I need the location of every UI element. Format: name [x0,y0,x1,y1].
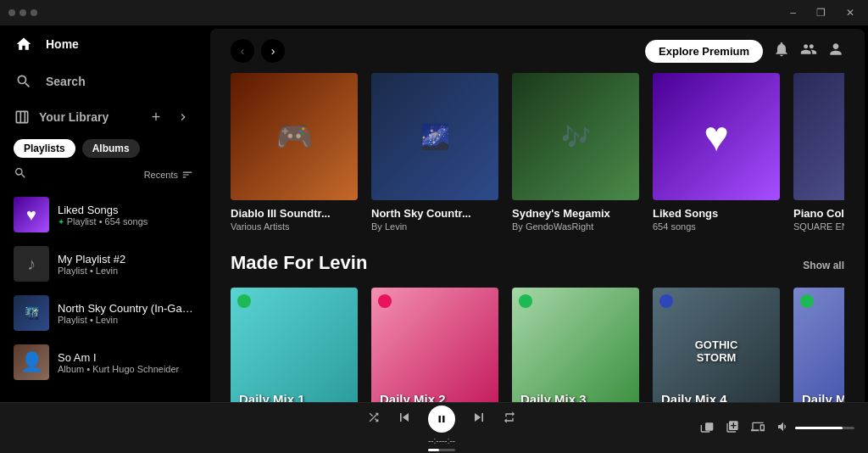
search-sort-row: Recents [0,163,207,187]
search-label: Search [46,75,86,88]
mix1-label: Daily Mix 1 [239,392,305,402]
diablo-sub: Various Artists [231,221,358,232]
library-item-my-playlist-2[interactable]: ♪ My Playlist #2 Playlist • Levin [0,239,207,288]
queue-button[interactable] [726,420,739,436]
friends-button[interactable] [800,41,817,62]
titlebar-controls: – ❐ ✕ [785,5,860,20]
diablo-title: Diablo III Soundtr... [231,207,358,220]
repeat-button[interactable] [503,411,516,428]
now-playing-bar: --:-- --:-- [0,402,868,453]
sidebar-item-home[interactable]: Home [0,25,207,63]
volume-button[interactable] [776,420,790,436]
mix5-label: Daily Mix 5 [802,392,844,402]
card-liked-songs[interactable]: ♥ Liked Songs 654 songs [653,73,780,232]
show-all-button[interactable]: Show all [803,260,844,271]
previous-button[interactable] [396,409,413,429]
maximize-button[interactable]: ❐ [811,5,831,20]
progress-bar[interactable] [428,449,455,451]
filter-albums-button[interactable]: Albums [82,139,140,158]
library-item-so-am-i[interactable]: 👤 So Am I Album • Kurt Hugo Schneider [0,338,207,387]
main-scroll[interactable]: 🎮 Diablo III Soundtr... Various Artists … [210,73,865,402]
liked-songs-sub: ✦ Playlist • 654 songs [58,216,147,226]
liked-songs-name: Liked Songs [58,204,147,216]
main-header: ‹ › Explore Premium [210,29,865,73]
mix5-art: Daily Mix 5 [793,288,844,402]
explore-premium-button[interactable]: Explore Premium [645,40,763,63]
expand-library-button[interactable] [173,107,193,127]
mix3-art: Daily Mix 3 [512,288,639,402]
mix2-dot [378,294,392,308]
filter-row: Playlists Albums [0,134,207,163]
liked-songs-art: ♥ [14,197,49,232]
home-icon [14,34,34,54]
library-item-liked-songs[interactable]: ♥ Liked Songs ✦ Playlist • 654 songs [0,190,207,239]
card-sydneys-megamix[interactable]: 🎶 Sydney's Megamix By GendoWasRight [512,73,639,232]
card-daily-mix-4[interactable]: GOTHICSTORM Daily Mix 4 Daily Mix 4 Goth… [653,288,780,402]
close-button[interactable]: ✕ [841,5,860,20]
user-button[interactable] [827,41,844,62]
progress-end: --:-- [442,436,455,445]
northsky-sub: Playlist • Levin [58,315,193,325]
library-sort-button[interactable]: Recents [144,169,193,181]
library-item-north-sky[interactable]: 🌃 North Sky Country (In-Game) Playlist •… [0,288,207,338]
minimize-button[interactable]: – [785,5,801,20]
daily-mixes-row: Daily Mix 1 Daily Mix 1 Josh Whelchel, K… [231,288,844,402]
soami-art: 👤 [14,344,49,380]
mix3-label: Daily Mix 3 [520,392,587,402]
header-right: Explore Premium [645,40,844,63]
titlebar-dot-1 [8,9,15,16]
sidebar-item-search[interactable]: Search [0,63,207,100]
card-daily-mix-2[interactable]: Daily Mix 2 Daily Mix 2 ROZEN, Nobuo Uem… [371,288,498,402]
northsky-art: 🌃 [14,295,49,331]
volume-bar[interactable] [795,427,854,429]
card-piano-collections[interactable]: 🎹 Piano Collections... SQUARE ENIX MUSIC [793,73,844,232]
connect-device-button[interactable] [751,420,765,436]
library-list: ♥ Liked Songs ✦ Playlist • 654 songs ♪ [0,187,207,402]
library-title-text: Your Library [39,110,108,124]
card-daily-mix-1[interactable]: Daily Mix 1 Daily Mix 1 Josh Whelchel, K… [231,288,358,402]
filter-playlists-button[interactable]: Playlists [14,139,75,158]
sort-label: Recents [144,170,178,180]
sidebar: Home Search Your Library + Playlist [0,25,207,402]
play-pause-button[interactable] [428,405,455,433]
piano-art: 🎹 [793,73,844,200]
titlebar: – ❐ ✕ [0,0,868,25]
player-right [700,420,854,436]
top-cards-row: 🎮 Diablo III Soundtr... Various Artists … [231,73,844,232]
search-icon [14,71,34,92]
card-north-sky-country[interactable]: 🌌 North Sky Countr... By Levin [371,73,498,232]
mix2-art: Daily Mix 2 [371,288,498,402]
app-body: Home Search Your Library + Playlist [0,25,868,402]
piano-title: Piano Collections... [793,207,844,220]
sydney-art: 🎶 [512,73,639,200]
add-library-button[interactable]: + [146,107,166,127]
playlist2-info: My Playlist #2 Playlist • Levin [58,253,125,276]
card-daily-mix-5[interactable]: Daily Mix 5 Daily Mix 5 Darren Korb, Chr… [793,288,844,402]
northsky-card-sub: By Levin [371,221,498,232]
nav-arrows: ‹ › [231,39,285,63]
library-search-button[interactable] [14,166,27,183]
made-for-title: Made For Levin [231,252,367,274]
diablo-art: 🎮 [231,73,358,200]
progress-bar-container: --:-- --:-- [428,436,455,451]
card-diablo[interactable]: 🎮 Diablo III Soundtr... Various Artists [231,73,358,232]
liked-songs-card-title: Liked Songs [653,207,780,220]
back-button[interactable]: ‹ [231,39,254,63]
mix4-art: GOTHICSTORM Daily Mix 4 [653,288,780,402]
mix5-dot [800,294,814,308]
shuffle-button[interactable] [367,411,381,428]
northsky-card-art: 🌌 [371,73,498,200]
home-label: Home [46,37,79,51]
mix2-label: Daily Mix 2 [380,392,446,402]
volume-fill [795,427,843,429]
next-button[interactable] [470,409,487,429]
titlebar-dots [8,9,37,16]
forward-button[interactable]: › [261,39,285,63]
playlist2-art: ♪ [14,246,49,282]
now-playing-view-button[interactable] [700,420,714,436]
library-title-btn[interactable]: Your Library [14,109,108,126]
notifications-button[interactable] [773,41,790,62]
progress-times: --:-- --:-- [428,436,455,445]
card-daily-mix-3[interactable]: Daily Mix 3 Daily Mix 3 Darren Ang, Mich… [512,288,639,402]
soami-sub: Album • Kurt Hugo Schneider [58,364,179,374]
